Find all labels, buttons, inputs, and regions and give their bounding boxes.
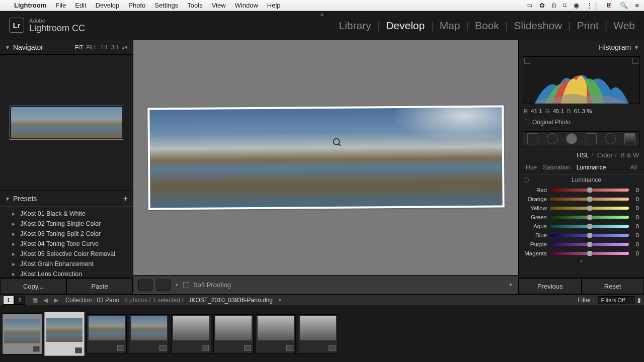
menu-edit[interactable]: Edit	[75, 2, 86, 9]
panel-end-icon[interactable]: ▼	[519, 258, 644, 265]
filename-menu-icon[interactable]: ▼	[278, 298, 282, 303]
module-slideshow[interactable]: Slideshow	[514, 20, 562, 32]
menu-photo[interactable]: Photo	[128, 2, 145, 9]
module-map[interactable]: Map	[440, 20, 460, 32]
preset-folder[interactable]: JKost 04 Toning Tone Curve	[0, 239, 133, 249]
subtab-all[interactable]: All	[627, 163, 640, 172]
slider-thumb[interactable]	[587, 197, 592, 202]
slider-track[interactable]	[550, 234, 629, 237]
navigator-preview[interactable]	[0, 55, 133, 191]
preset-folder[interactable]: JKost 03 Toning Split 2 Color	[0, 229, 133, 239]
slider-track[interactable]	[550, 207, 629, 210]
shield-icon[interactable]: ⛨	[606, 2, 613, 9]
filmstrip-thumb[interactable]	[298, 314, 338, 353]
slider-track[interactable]	[550, 225, 629, 228]
preset-folder[interactable]: JKost Lens Correction	[0, 269, 133, 278]
previous-button[interactable]: Previous	[519, 278, 582, 294]
filter-select[interactable]: Filters Off	[598, 296, 634, 304]
filter-lock-icon[interactable]: ▮	[637, 297, 641, 304]
crop-tool-icon[interactable]	[527, 133, 538, 144]
spot-tool-icon[interactable]	[547, 133, 558, 144]
slider-track[interactable]	[550, 198, 629, 201]
tab-color[interactable]: Color	[597, 151, 613, 159]
slider-yellow[interactable]: Yellow0	[524, 204, 639, 213]
slider-magenta[interactable]: Magenta0	[524, 249, 639, 258]
filmstrip-thumb[interactable]	[87, 314, 127, 353]
module-print[interactable]: Print	[577, 20, 599, 32]
zoom-1to1[interactable]: 1:1	[100, 44, 108, 51]
tab-hsl[interactable]: HSL	[577, 151, 589, 159]
module-book[interactable]: Book	[475, 20, 499, 32]
slider-thumb[interactable]	[587, 215, 592, 220]
preset-folder[interactable]: JKost 05 Selective Color Removal	[0, 249, 133, 259]
targeted-adjustment-icon[interactable]	[524, 177, 529, 183]
slider-thumb[interactable]	[587, 251, 592, 256]
zoom-stepper-icon[interactable]: ▴▾	[122, 44, 128, 51]
reset-button[interactable]: Reset	[582, 278, 645, 294]
menu-file[interactable]: File	[55, 2, 66, 9]
shadow-clipping-icon[interactable]	[524, 58, 530, 64]
subtab-saturation[interactable]: Saturation	[540, 163, 574, 172]
slider-thumb[interactable]	[587, 242, 592, 247]
nav-back-icon[interactable]: ◀	[41, 297, 50, 304]
slider-purple[interactable]: Purple0	[524, 240, 639, 249]
filmstrip-thumb[interactable]	[171, 314, 211, 353]
before-after-menu-icon[interactable]: ▼	[175, 283, 179, 288]
evernote-icon[interactable]: ✿	[539, 2, 545, 9]
menu-window[interactable]: Window	[235, 2, 258, 9]
original-checkbox[interactable]	[524, 120, 529, 125]
zoom-fill[interactable]: FILL	[86, 44, 97, 51]
filmstrip-thumb-selected[interactable]	[44, 312, 85, 356]
slider-aqua[interactable]: Aqua0	[524, 222, 639, 231]
slider-thumb[interactable]	[587, 206, 592, 211]
histogram[interactable]	[523, 56, 640, 104]
notification-icon[interactable]: ≡	[635, 2, 639, 9]
filmstrip-thumb[interactable]	[2, 313, 42, 354]
slider-blue[interactable]: Blue0	[524, 231, 639, 240]
soft-proofing-checkbox[interactable]	[183, 282, 189, 288]
preset-folder[interactable]: JKost Grain Enhancement	[0, 259, 133, 269]
display-icon[interactable]: ▭	[526, 2, 532, 9]
slider-red[interactable]: Red0	[524, 186, 639, 195]
window-tab-1[interactable]: 1	[3, 296, 14, 305]
zoom-fit[interactable]: FIT	[75, 44, 84, 51]
toolbar-menu-icon[interactable]: ▼	[508, 282, 513, 288]
graduated-filter-icon[interactable]	[586, 133, 597, 144]
presets-header[interactable]: ▼ Presets +	[0, 191, 133, 207]
window-tab-2[interactable]: 2	[14, 296, 25, 305]
before-after-button[interactable]	[156, 280, 171, 291]
subtab-luminance[interactable]: Luminance	[574, 163, 609, 172]
filename[interactable]: JKOST_2010_03936-Pano.dng	[189, 297, 273, 304]
histogram-header[interactable]: Histogram ▼	[519, 40, 644, 54]
add-preset-icon[interactable]: +	[123, 194, 128, 203]
collection-label[interactable]: Collection : 03 Pano	[65, 297, 119, 304]
slider-track[interactable]	[550, 252, 629, 255]
identity-plate-toggle-icon[interactable]: ▲	[319, 11, 325, 17]
radial-filter-icon[interactable]	[605, 133, 616, 144]
original-photo-toggle[interactable]: Original Photo	[519, 116, 644, 128]
app-menu[interactable]: Lightroom	[14, 2, 46, 9]
filmstrip-thumb[interactable]	[129, 314, 169, 353]
slider-track[interactable]	[550, 189, 629, 192]
zoom-3to1[interactable]: 3:1	[111, 44, 119, 51]
slider-track[interactable]	[550, 216, 629, 219]
copy-settings-button[interactable]: Copy...	[0, 278, 66, 294]
menu-help[interactable]: Help	[267, 2, 281, 9]
slider-track[interactable]	[550, 243, 629, 246]
filmstrip-thumb[interactable]	[213, 314, 254, 353]
preset-folder[interactable]: JKost 01 Black & White	[0, 209, 133, 219]
highlight-clipping-icon[interactable]	[632, 58, 638, 64]
filmstrip-thumb[interactable]	[256, 314, 296, 353]
menu-view[interactable]: View	[212, 2, 226, 9]
image-viewport[interactable]	[133, 40, 518, 275]
key-icon[interactable]: ⌑	[563, 2, 567, 9]
module-web[interactable]: Web	[613, 20, 635, 32]
menu-settings[interactable]: Settings	[154, 2, 178, 9]
spotlight-icon[interactable]: 🔍	[620, 2, 628, 9]
module-library[interactable]: Library	[339, 20, 371, 32]
slider-green[interactable]: Green0	[524, 213, 639, 222]
grid-icon[interactable]: ⋮⋮	[586, 2, 599, 9]
slider-thumb[interactable]	[587, 188, 592, 193]
tab-bw[interactable]: B & W	[620, 151, 639, 159]
main-photo[interactable]	[149, 108, 502, 208]
